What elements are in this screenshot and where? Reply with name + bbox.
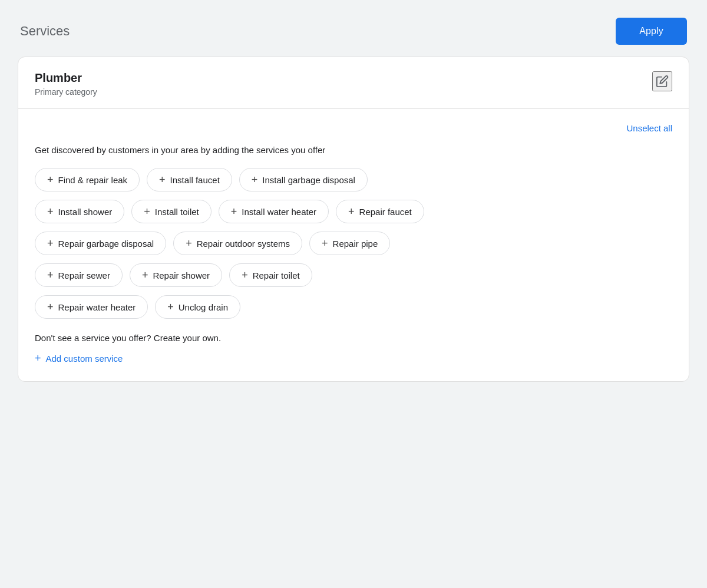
services-row-1: +Install shower+Install toilet+Install w… [35,200,672,223]
service-chip-repair-shower[interactable]: +Repair shower [130,263,222,287]
add-custom-plus-icon: + [35,352,41,365]
chip-label: Install toilet [155,207,199,217]
header-row: Services Apply [18,18,689,45]
chip-label: Repair garbage disposal [58,239,154,249]
service-chip-repair-faucet[interactable]: +Repair faucet [336,200,424,223]
chip-label: Repair pipe [333,239,378,249]
services-row-2: +Repair garbage disposal+Repair outdoor … [35,232,672,255]
chip-plus-icon: + [144,206,150,217]
category-info: Plumber Primary category [35,71,97,97]
service-chip-repair-garbage-disposal[interactable]: +Repair garbage disposal [35,232,166,255]
services-grid: +Find & repair leak+Install faucet+Insta… [35,168,672,319]
chip-label: Repair sewer [58,270,110,280]
service-chip-repair-outdoor-systems[interactable]: +Repair outdoor systems [173,232,302,255]
chip-plus-icon: + [47,206,54,217]
chip-plus-icon: + [252,174,258,185]
edit-button[interactable] [652,71,672,91]
service-chip-install-garbage-disposal[interactable]: +Install garbage disposal [239,168,368,191]
chip-plus-icon: + [186,238,192,249]
chip-label: Find & repair leak [58,175,128,185]
chip-label: Repair outdoor systems [197,239,290,249]
services-card: Plumber Primary category Unselect all Ge… [18,57,689,382]
chip-plus-icon: + [348,206,355,217]
unselect-row: Unselect all [35,121,672,136]
category-title: Plumber [35,71,97,85]
chip-label: Install garbage disposal [262,175,355,185]
service-chip-install-faucet[interactable]: +Install faucet [147,168,232,191]
service-chip-install-shower[interactable]: +Install shower [35,200,124,223]
chip-plus-icon: + [167,302,174,312]
custom-service-prompt: Don't see a service you offer? Create yo… [35,333,672,343]
chip-plus-icon: + [142,270,148,280]
category-subtitle: Primary category [35,87,97,97]
edit-icon [656,75,669,88]
add-custom-service-label: Add custom service [46,354,123,364]
page-title: Services [20,24,70,39]
chip-label: Repair shower [153,270,210,280]
chip-plus-icon: + [242,270,248,280]
service-chip-install-toilet[interactable]: +Install toilet [131,200,212,223]
services-row-4: +Repair water heater+Unclog drain [35,295,672,319]
service-chip-repair-toilet[interactable]: +Repair toilet [229,263,312,287]
service-chip-install-water-heater[interactable]: +Install water heater [219,200,329,223]
chip-label: Install shower [58,207,113,217]
card-body: Unselect all Get discovered by customers… [18,109,689,381]
chip-label: Unclog drain [179,302,228,312]
services-row-0: +Find & repair leak+Install faucet+Insta… [35,168,672,191]
chip-label: Install water heater [242,207,316,217]
services-row-3: +Repair sewer+Repair shower+Repair toile… [35,263,672,287]
chip-plus-icon: + [47,174,54,185]
service-chip-repair-pipe[interactable]: +Repair pipe [309,232,390,255]
description-text: Get discovered by customers in your area… [35,145,672,155]
chip-plus-icon: + [47,270,54,280]
chip-label: Repair toilet [253,270,300,280]
chip-plus-icon: + [47,238,54,249]
page-container: Services Apply Plumber Primary category … [18,18,689,382]
service-chip-repair-water-heater[interactable]: +Repair water heater [35,295,148,319]
apply-button[interactable]: Apply [616,18,687,45]
card-header: Plumber Primary category [18,57,689,109]
service-chip-repair-sewer[interactable]: +Repair sewer [35,263,123,287]
chip-plus-icon: + [322,238,328,249]
service-chip-find-repair-leak[interactable]: +Find & repair leak [35,168,140,191]
chip-label: Install faucet [170,175,220,185]
chip-plus-icon: + [231,206,237,217]
chip-plus-icon: + [159,174,166,185]
unselect-all-button[interactable]: Unselect all [626,121,672,136]
add-custom-service-button[interactable]: + Add custom service [35,352,123,365]
chip-label: Repair water heater [58,302,136,312]
chip-plus-icon: + [47,302,54,312]
service-chip-unclog-drain[interactable]: +Unclog drain [155,295,240,319]
chip-label: Repair faucet [359,207,412,217]
